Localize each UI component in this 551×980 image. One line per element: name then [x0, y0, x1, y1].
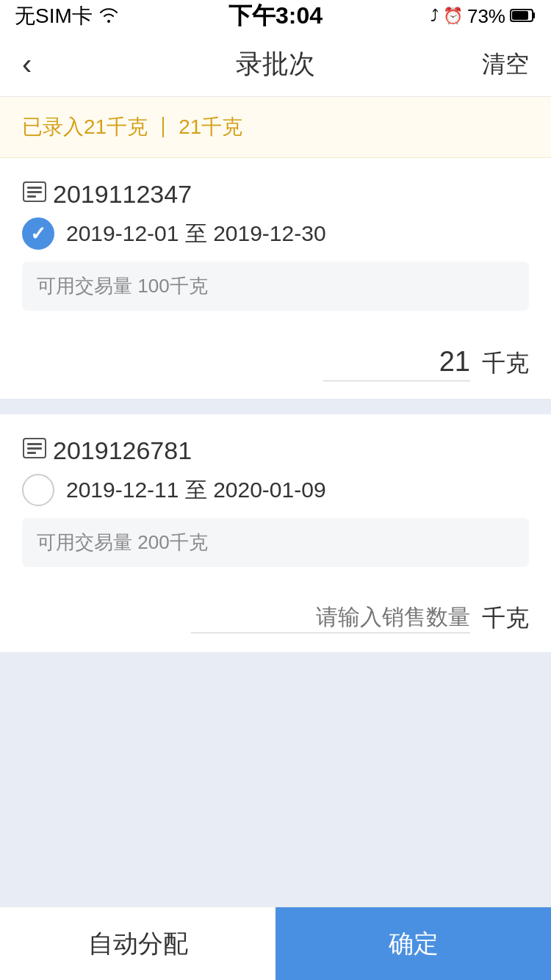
- svg-rect-9: [27, 447, 42, 450]
- batch-1-radio[interactable]: [22, 217, 54, 250]
- svg-rect-6: [27, 195, 36, 198]
- summary-bar: 已录入21千克 21千克: [0, 97, 551, 158]
- batch-2-input-wrapper[interactable]: [191, 605, 470, 633]
- batch-2-quantity-input[interactable]: [191, 605, 470, 630]
- batch-2-date: 2019-12-11 至 2020-01-09: [66, 475, 326, 505]
- svg-rect-5: [27, 191, 42, 193]
- batch-2-unit: 千克: [482, 602, 529, 635]
- batch-1-unit: 千克: [482, 347, 529, 380]
- batch-2-available: 可用交易量 200千克: [22, 518, 529, 567]
- svg-rect-4: [27, 187, 42, 189]
- status-right: ⤴ ⏰ 73%: [431, 5, 536, 28]
- svg-rect-1: [533, 12, 535, 18]
- status-time: 下午3:04: [228, 0, 323, 32]
- batch-1-date: 2019-12-01 至 2019-12-30: [66, 219, 326, 249]
- batch-1-id-row: 2019112347: [22, 180, 529, 209]
- batch-2-card: 2019126781 2019-12-11 至 2020-01-09 可用交易量…: [0, 414, 551, 585]
- batch-2-radio[interactable]: [22, 474, 54, 506]
- batch-1-card: 2019112347 2019-12-01 至 2019-12-30 可用交易量…: [0, 158, 551, 328]
- status-left: 无SIM卡: [15, 2, 119, 30]
- batch-icon-2: [22, 437, 47, 465]
- battery-label: 73%: [467, 5, 505, 28]
- wifi-icon: [98, 4, 119, 28]
- batch-2-date-row[interactable]: 2019-12-11 至 2020-01-09: [22, 474, 529, 506]
- auto-distribute-button[interactable]: 自动分配: [0, 907, 276, 980]
- svg-rect-10: [27, 452, 36, 454]
- batch-1-quantity-row: 千克: [0, 328, 551, 400]
- summary-divider: [162, 117, 164, 137]
- confirm-button[interactable]: 确定: [276, 907, 551, 980]
- batch-2-input-row[interactable]: 千克: [0, 585, 551, 653]
- carrier-label: 无SIM卡: [15, 2, 93, 30]
- page-title: 录批次: [236, 46, 315, 82]
- gray-area: [0, 653, 551, 947]
- recorded-label: 已录入21千克: [22, 113, 148, 141]
- battery-icon: [510, 5, 536, 28]
- svg-rect-2: [512, 11, 528, 20]
- section-separator: [0, 400, 551, 414]
- back-button[interactable]: ‹: [22, 48, 32, 81]
- bottom-bar: 自动分配 确定: [0, 907, 551, 980]
- summary-amount: 21千克: [179, 113, 242, 141]
- batch-1-quantity-input[interactable]: [382, 346, 470, 378]
- svg-rect-8: [27, 443, 42, 445]
- status-bar: 无SIM卡 下午3:04 ⤴ ⏰ 73%: [0, 0, 551, 32]
- location-icon: ⤴: [431, 7, 439, 26]
- batch-2-id-row: 2019126781: [22, 436, 529, 465]
- batch-1-id: 2019112347: [53, 180, 192, 209]
- clear-button[interactable]: 清空: [482, 48, 529, 81]
- batch-icon-1: [22, 181, 47, 209]
- batch-1-date-row[interactable]: 2019-12-01 至 2019-12-30: [22, 217, 529, 250]
- batch-2-id: 2019126781: [53, 436, 192, 465]
- batch-2-available-text: 可用交易量 200千克: [37, 531, 208, 553]
- batch-1-input-wrapper[interactable]: [323, 346, 470, 381]
- nav-bar: ‹ 录批次 清空: [0, 32, 551, 97]
- batch-1-available: 可用交易量 100千克: [22, 262, 529, 311]
- batch-1-available-text: 可用交易量 100千克: [37, 275, 208, 297]
- alarm-icon: ⏰: [443, 7, 463, 26]
